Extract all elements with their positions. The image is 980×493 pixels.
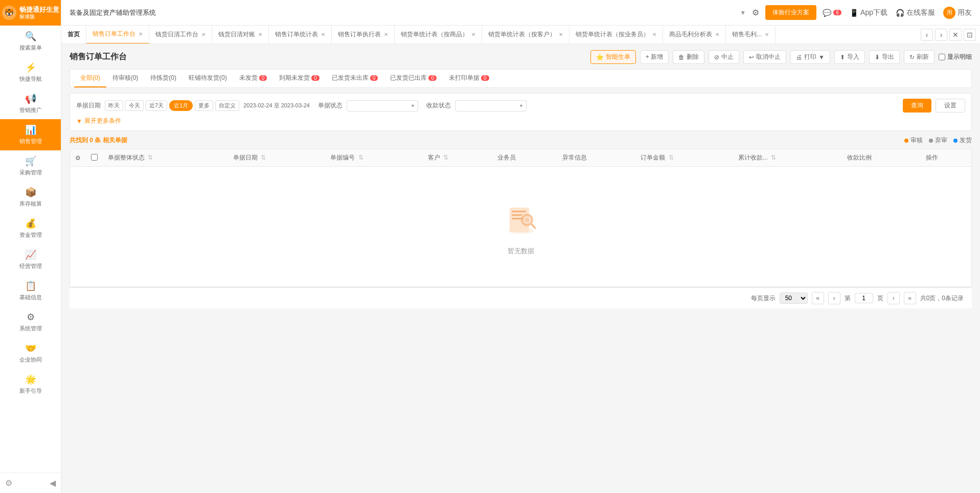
tabs-close-all-button[interactable]: ✕ — [949, 29, 962, 41]
tab-sales-stats-customer[interactable]: 销货单统计表（按客户） ✕ — [482, 26, 569, 44]
tab-sales-stats-product[interactable]: 销货单统计表（按商品） ✕ — [395, 26, 482, 44]
filter-tab-pending-pick[interactable]: 待拣货(0) — [144, 70, 183, 87]
filter-tab-not-shipped[interactable]: 未发货 0 — [233, 70, 274, 87]
filter-tab-shipped-out[interactable]: 已发货已出库 0 — [384, 70, 443, 87]
payment-select[interactable] — [455, 100, 527, 111]
tab-close-icon[interactable]: ✕ — [139, 31, 143, 37]
print-button[interactable]: 🖨 打印 ▼ — [790, 50, 830, 64]
query-button[interactable]: 查询 — [903, 99, 931, 113]
audit-action-button[interactable]: 审核 — [904, 136, 923, 145]
tab-close-icon[interactable]: ✕ — [471, 32, 475, 37]
show-detail-checkbox[interactable] — [939, 54, 945, 60]
filter-tab-not-printed[interactable]: 未打印单据 0 — [443, 70, 495, 87]
sort-icon[interactable]: ⇅ — [358, 154, 363, 161]
filter-tab-overdue-not-shipped[interactable]: 到期未发货 0 — [273, 70, 326, 87]
sidebar-collapse-button[interactable]: ◀ — [50, 478, 56, 488]
page-first-button[interactable]: « — [812, 292, 824, 304]
tab-close-icon[interactable]: ✕ — [765, 32, 769, 37]
tab-home[interactable]: 首页 — [61, 26, 86, 44]
select-all-checkbox[interactable] — [91, 154, 98, 161]
sidebar-item-finance[interactable]: 💰 资金管理 — [0, 213, 61, 244]
status-select[interactable] — [347, 100, 418, 111]
sidebar-item-purchase[interactable]: 🛒 采购管理 — [0, 150, 61, 182]
settings-icon[interactable]: ⚙ — [752, 8, 759, 17]
app-download-button[interactable]: 📱 App下载 — [850, 8, 887, 17]
page-prev-button[interactable]: ‹ — [828, 292, 840, 304]
sort-icon[interactable]: ⇅ — [771, 154, 776, 161]
delete-button[interactable]: 🗑 删除 — [673, 50, 704, 64]
date-btn-7days[interactable]: 近7天 — [146, 100, 167, 111]
filter-tab-shipped-not-out[interactable]: 已发货未出库 0 — [326, 70, 384, 87]
tab-close-icon[interactable]: ✕ — [201, 32, 206, 37]
page-last-button[interactable]: » — [904, 292, 916, 304]
sidebar-settings-button[interactable]: ⚙ — [5, 478, 12, 488]
date-btn-1month[interactable]: 近1月 — [169, 100, 193, 111]
cancel-audit-action-button[interactable]: 弃审 — [929, 136, 947, 145]
tab-close-icon[interactable]: ✕ — [559, 32, 563, 37]
tab-close-icon[interactable]: ✕ — [321, 32, 325, 37]
sidebar-item-quick-nav[interactable]: ⚡ 快捷导航 — [0, 57, 61, 88]
dropdown-arrow-icon[interactable]: ▼ — [740, 9, 746, 16]
date-btn-yesterday[interactable]: 昨天 — [105, 100, 123, 111]
sort-icon[interactable]: ⇅ — [261, 154, 266, 161]
date-btn-custom[interactable]: 自定义 — [215, 100, 239, 111]
filter-tabs: 全部(0) 待审核(0) 待拣货(0) 旺铺待发货(0) 未发货 0 到期未发货… — [70, 69, 972, 88]
online-service-button[interactable]: 🎧 在线客服 — [896, 8, 935, 17]
sort-icon[interactable]: ⇅ — [148, 154, 153, 161]
settings-icon[interactable]: ⚙ — [75, 154, 81, 162]
tab-close-icon[interactable]: ✕ — [715, 32, 719, 37]
sidebar-item-enterprise[interactable]: 🤝 企业协同 — [0, 338, 61, 369]
industry-solution-button[interactable]: 体验行业方案 — [765, 5, 816, 20]
sidebar-item-system[interactable]: ⚙ 系统管理 — [0, 306, 61, 338]
tab-sales-stats-staff[interactable]: 销货单统计表（按业务员） ✕ — [569, 26, 663, 44]
add-button[interactable]: + 新增 — [640, 50, 669, 64]
sidebar-item-marketing[interactable]: 📢 营销推广 — [0, 88, 61, 119]
tabs-prev-button[interactable]: ‹ — [921, 29, 933, 41]
sidebar-item-operation[interactable]: 📈 经营管理 — [0, 244, 61, 275]
tabs-expand-button[interactable]: ⊡ — [964, 29, 976, 41]
tab-sales-order-exec[interactable]: 销售订单执行表 ✕ — [332, 26, 395, 44]
cancel-stop-button[interactable]: ↩ 取消中止 — [743, 50, 786, 64]
filter-tab-wangpu-pending-ship[interactable]: 旺铺待发货(0) — [183, 70, 233, 87]
show-detail-label[interactable]: 显示明细 — [939, 53, 972, 61]
page-number-input[interactable] — [855, 293, 873, 303]
stop-button[interactable]: ⊘ 中止 — [709, 50, 739, 64]
user-menu-button[interactable]: 用 用友 — [943, 7, 972, 19]
tab-cash-daily-reconcile[interactable]: 钱货日清对账 ✕ — [212, 26, 269, 44]
tab-close-icon[interactable]: ✕ — [384, 32, 388, 37]
print-icon: 🖨 — [796, 54, 802, 61]
tab-sales-order-stats[interactable]: 销售订单统计表 ✕ — [269, 26, 332, 44]
sidebar-item-basic-info[interactable]: 📋 基础信息 — [0, 275, 61, 306]
sales-icon: 📊 — [25, 124, 36, 136]
tab-close-icon[interactable]: ✕ — [258, 32, 262, 37]
date-btn-today[interactable]: 今天 — [125, 100, 144, 111]
sidebar-item-guide[interactable]: 🌟 新手引导 — [0, 369, 61, 400]
tab-sales-margin[interactable]: 销售毛利... ✕ — [726, 26, 776, 44]
tab-sales-order-workbench[interactable]: 销售订单工作台 ✕ — [86, 26, 149, 44]
smart-generate-button[interactable]: ⭐ 智能生单 — [590, 50, 636, 64]
expand-conditions-button[interactable]: ▼ 展开更多条件 — [76, 117, 965, 125]
sidebar-item-sales[interactable]: 📊 销售管理 — [0, 119, 61, 150]
page-size-select[interactable]: 50 10 20 100 — [780, 293, 808, 304]
empty-text: 暂无数据 — [508, 246, 534, 256]
settings-button[interactable]: 设置 — [936, 99, 965, 113]
col-actions: 操作 — [921, 149, 971, 167]
date-btn-more[interactable]: 更多 — [195, 100, 213, 111]
sidebar-item-inventory[interactable]: 📦 库存核算 — [0, 182, 61, 213]
sidebar-item-search[interactable]: 🔍 搜索菜单 — [0, 26, 61, 57]
sort-icon[interactable]: ⇅ — [669, 154, 674, 161]
sort-icon[interactable]: ⇅ — [443, 154, 448, 161]
sidebar-item-label: 采购管理 — [19, 169, 42, 176]
page-next-button[interactable]: › — [887, 292, 900, 304]
filter-tab-all[interactable]: 全部(0) — [74, 70, 106, 87]
export-button[interactable]: ⬇ 导出 — [869, 50, 900, 64]
tab-close-icon[interactable]: ✕ — [652, 32, 656, 37]
import-button[interactable]: ⬆ 导入 — [834, 50, 865, 64]
refresh-button[interactable]: ↻ 刷新 — [904, 50, 935, 64]
filter-tab-pending-audit[interactable]: 待审核(0) — [106, 70, 145, 87]
ship-action-button[interactable]: 发货 — [953, 136, 972, 145]
tabs-next-button[interactable]: › — [935, 29, 947, 41]
message-button[interactable]: 💬 6 — [823, 9, 841, 17]
tab-cash-daily-workbench[interactable]: 钱货日清工作台 ✕ — [149, 26, 212, 44]
tab-product-margin[interactable]: 商品毛利分析表 ✕ — [663, 26, 726, 44]
